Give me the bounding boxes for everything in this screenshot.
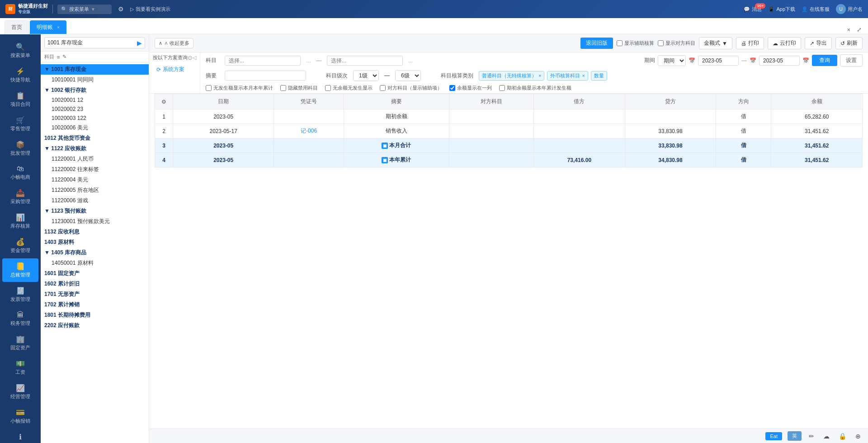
app-download-button[interactable]: 📱 App下载 — [768, 6, 795, 13]
voucher-link[interactable]: 记-006 — [301, 128, 317, 134]
query-scheme-label: 按以下方案查询 — [153, 54, 188, 61]
sidebar-item-basic-info[interactable]: ℹ 基础信息 — [2, 429, 38, 443]
tree-node-1002[interactable]: ▼ 1002 银行存款 — [41, 85, 149, 95]
end-date-input[interactable] — [759, 56, 800, 66]
sidebar-item-fixed-assets[interactable]: 🏢 固定资产 — [2, 331, 38, 355]
sidebar-item-expense[interactable]: 💳 小畅报销 — [2, 405, 38, 428]
edit-button[interactable]: ✎ — [62, 54, 66, 60]
show-assist-checkbox[interactable]: 显示辅助核算 — [617, 40, 654, 47]
settings-button[interactable]: ⚙ — [116, 5, 126, 14]
checkbox-hide-disabled[interactable]: 隐藏禁用科目 — [280, 85, 318, 91]
print-button[interactable]: 🖨 打印 — [736, 37, 764, 49]
sidebar-item-salary[interactable]: 💵 工资 — [2, 356, 38, 379]
account-arrow-button[interactable]: ▶ — [137, 39, 142, 47]
filter-arrow-button[interactable]: ◁ — [193, 55, 196, 61]
tag-remove-icon[interactable]: × — [538, 73, 541, 78]
collapse-filter-button[interactable]: ⊙ — [188, 54, 193, 61]
online-service-button[interactable]: 👤 在线客服 — [802, 6, 830, 13]
checkbox-no-balance[interactable]: 无余额无发生显示 — [325, 85, 373, 91]
period-type-select[interactable]: 期间 — [658, 55, 686, 66]
tree-node-1602[interactable]: 1602 累计折旧 — [41, 279, 149, 289]
sidebar-item-wholesale[interactable]: 📦 批发管理 — [2, 137, 38, 160]
add-icon-button[interactable]: ⊕ — [854, 432, 863, 441]
start-date-input[interactable] — [698, 56, 739, 66]
tag-remove-icon2[interactable]: × — [582, 73, 585, 78]
setting-button[interactable]: 设置 — [840, 54, 863, 67]
eat-button[interactable]: Eat — [765, 432, 782, 440]
tree-node-11220006[interactable]: 11220006 游戏 — [41, 195, 149, 206]
tree-node-1405[interactable]: ▼ 1405 库存商品 — [41, 248, 149, 258]
sidebar-item-project[interactable]: 📋 项目合同 — [2, 88, 38, 111]
scheme-item[interactable]: ⟳ 系统方案 — [153, 64, 196, 75]
tab-ledger[interactable]: 明细账 × — [30, 20, 66, 34]
tab-home[interactable]: 首页 — [5, 20, 29, 34]
level-start-select[interactable]: 1级 — [353, 70, 379, 81]
sidebar-item-finance[interactable]: 💰 资金管理 — [2, 234, 38, 257]
main-layout: 🔍 搜索菜单 ⚡ 快捷导航 📋 项目合同 🛒 零售管理 📦 批发管理 🛍 小畅电… — [0, 34, 868, 443]
export-button[interactable]: ↗ 导出 — [805, 37, 832, 49]
list-view-button[interactable]: ≡ — [57, 54, 60, 60]
tree-node-2202[interactable]: 2202 应付账款 — [41, 320, 149, 331]
cloud-icon-button[interactable]: ☁ — [821, 432, 831, 441]
refresh-button[interactable]: ↺ 刷新 — [835, 37, 863, 49]
tree-node-11220004[interactable]: 11220004 美元 — [41, 175, 149, 185]
tree-node-1701[interactable]: 1701 无形资产 — [41, 289, 149, 300]
expand-filter-button[interactable]: ∧ ∧ 收起更多 — [155, 38, 193, 48]
lock-icon-button[interactable]: 🔒 — [837, 432, 848, 441]
cloud-print-button[interactable]: ☁ 云打印 — [768, 37, 801, 49]
sidebar-item-tax[interactable]: 🏛 税务管理 — [2, 307, 38, 330]
expand-tab-button[interactable]: ⤢ — [855, 25, 863, 34]
selected-account[interactable]: 1001 库存现金 ▶ — [44, 37, 145, 48]
query-button[interactable]: 查询 — [812, 55, 837, 66]
demo-link[interactable]: ▷ 我要看实例演示 — [130, 6, 170, 13]
tree-node-11220005[interactable]: 11220005 所在地区 — [41, 185, 149, 195]
tree-node-11230001[interactable]: 11230001 预付账款美元 — [41, 216, 149, 227]
tree-node-1132[interactable]: 1132 应收利息 — [41, 227, 149, 237]
checkbox-no-amount[interactable]: 无发生额显示本月本年累计 — [206, 85, 273, 91]
sidebar-item-ecommerce[interactable]: 🛍 小畅电商 — [2, 161, 38, 184]
checkbox-opposite[interactable]: 对方科目（显示辅助项） — [380, 85, 442, 91]
summary-input[interactable] — [225, 71, 306, 81]
tree-node-14050001[interactable]: 14050001 原材料 — [41, 258, 149, 268]
sidebar-item-quicknav[interactable]: ⚡ 快捷导航 — [2, 63, 38, 87]
sidebar-item-purchase[interactable]: 📥 采购管理 — [2, 185, 38, 209]
sidebar-item-inventory[interactable]: 📊 库存核算 — [2, 210, 38, 233]
checkbox-opening[interactable]: 期初余额显示本年累计发生额 — [499, 85, 571, 91]
tree-node-11220002[interactable]: 11220002 往来标签 — [41, 164, 149, 175]
search-bar[interactable]: 🔍 搜索菜单 ▼ — [57, 5, 112, 14]
tree-node-10020002[interactable]: 10020002 23 — [41, 105, 149, 114]
sidebar-item-invoice[interactable]: 🧾 发票管理 — [2, 283, 38, 306]
subject-input[interactable] — [225, 56, 301, 66]
edit-icon-button[interactable]: ✏ — [807, 432, 816, 441]
lang-button[interactable]: 英 — [788, 431, 802, 441]
tree-node-11220001[interactable]: 11220001 人民币 — [41, 154, 149, 164]
sidebar-item-retail[interactable]: 🛒 零售管理 — [2, 112, 38, 136]
sidebar-item-search[interactable]: 🔍 搜索菜单 — [2, 39, 38, 62]
sidebar-item-management[interactable]: 📈 经营管理 — [2, 380, 38, 404]
tree-node-10020001[interactable]: 10020001 12 — [41, 95, 149, 105]
checkbox-balance-col[interactable]: 余额显示在一列 — [449, 85, 492, 91]
tree-node-1012[interactable]: 1012 其他货币资金 — [41, 133, 149, 143]
level-end-select[interactable]: 6级 — [395, 70, 421, 81]
sidebar-item-ledger[interactable]: 📒 总账管理 — [2, 258, 38, 282]
tree-node-1801[interactable]: 1801 长期待摊费用 — [41, 310, 149, 320]
subject-input-end[interactable] — [327, 56, 403, 66]
user-menu[interactable]: U 用户名 — [836, 4, 863, 14]
tree-node-1702[interactable]: 1702 累计摊销 — [41, 300, 149, 310]
tab-close-icon[interactable]: × — [57, 25, 60, 30]
cloud-icon: ☁ — [773, 40, 778, 47]
tree-node-1403[interactable]: 1403 原材料 — [41, 237, 149, 248]
message-button[interactable]: 💬 消息 99+ — [744, 6, 762, 13]
tree-node-10020003[interactable]: 10020003 122 — [41, 114, 149, 123]
tree-node-10020006[interactable]: 10020006 美元 — [41, 123, 149, 133]
tree-node-1122[interactable]: ▼ 1122 应收账款 — [41, 143, 149, 154]
tree-node-1601[interactable]: 1601 固定资产 — [41, 268, 149, 279]
tree-node-1001[interactable]: ▼ 1001 库存现金 — [41, 64, 149, 75]
tree-node-1123[interactable]: ▼ 1123 预付账款 — [41, 206, 149, 216]
format-button[interactable]: 金额式 ▼ — [699, 37, 732, 49]
close-tab-button[interactable]: × — [845, 25, 852, 34]
tree-node-10010001[interactable]: 10010001 同同同 — [41, 75, 149, 85]
account-panel: 1001 库存现金 ▶ 科目 ≡ ✎ ▼ 1001 库存现金 10010001 … — [41, 34, 149, 443]
return-old-button[interactable]: 退回旧版 — [580, 38, 613, 49]
show-opposite-checkbox[interactable]: 显示对方科目 — [658, 40, 695, 47]
